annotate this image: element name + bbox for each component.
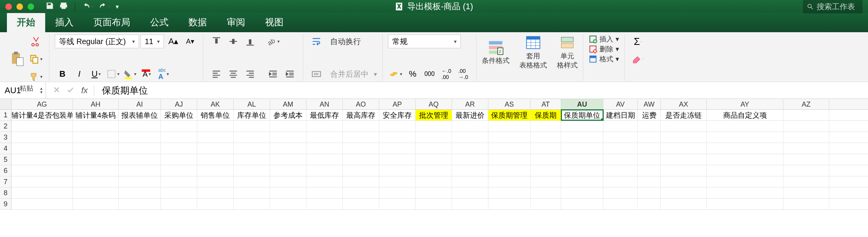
name-box[interactable]: AU1 ▲▼ <box>0 82 46 99</box>
cell-AM2[interactable] <box>270 121 306 132</box>
cell-AU6[interactable] <box>561 165 603 176</box>
insert-cells-button[interactable]: 插入▾ <box>589 35 619 44</box>
phonetic-button[interactable]: abcA▾ <box>156 67 171 81</box>
cell-AO3[interactable] <box>343 132 379 143</box>
cell-AX1[interactable]: 是否走冻链 <box>661 110 707 120</box>
cell-AS5[interactable] <box>488 154 531 165</box>
column-header-AU[interactable]: AU <box>561 99 603 109</box>
row-header-7[interactable]: 7 <box>0 176 11 187</box>
cell-AT5[interactable] <box>531 154 561 165</box>
cell-AU1[interactable]: 保质期单位 <box>561 110 603 120</box>
row-header-3[interactable]: 3 <box>0 132 11 143</box>
confirm-formula-icon[interactable] <box>67 86 74 95</box>
row-header-2[interactable]: 2 <box>0 121 11 132</box>
cell-AG2[interactable] <box>11 121 73 132</box>
spreadsheet-grid[interactable]: AGAHAIAJAKALAMANAOAPAQARASATAUAVAWAXAYAZ… <box>0 99 868 210</box>
cell-AY2[interactable] <box>707 121 783 132</box>
cell-AJ8[interactable] <box>161 188 197 198</box>
cut-button[interactable] <box>28 35 44 48</box>
cell-AL8[interactable] <box>234 188 270 198</box>
cell-AW3[interactable] <box>638 132 661 143</box>
cell-AM7[interactable] <box>270 176 306 187</box>
cell-AH7[interactable] <box>73 176 119 187</box>
number-format-combo[interactable]: 常规▾ <box>388 35 461 48</box>
cell-AX6[interactable] <box>661 165 707 176</box>
cell-AX9[interactable] <box>661 199 707 209</box>
search-sheet-input[interactable]: 搜索工作表 <box>803 0 863 13</box>
decrease-font-button[interactable]: A▾ <box>182 35 198 48</box>
cell-AO7[interactable] <box>343 176 379 187</box>
cell-AP2[interactable] <box>379 121 416 132</box>
column-header-AM[interactable]: AM <box>270 99 306 109</box>
cell-AQ8[interactable] <box>416 188 452 198</box>
cell-AY3[interactable] <box>707 132 783 143</box>
cell-AN1[interactable]: 最低库存 <box>306 110 343 120</box>
copy-button[interactable]: ▾ <box>28 52 44 66</box>
cell-AX5[interactable] <box>661 154 707 165</box>
cell-AJ9[interactable] <box>161 199 197 209</box>
cell-AV2[interactable] <box>603 121 638 132</box>
cell-AN2[interactable] <box>306 121 343 132</box>
cell-AQ9[interactable] <box>416 199 452 209</box>
close-window-button[interactable] <box>5 3 12 10</box>
cell-AM9[interactable] <box>270 199 306 209</box>
cell-AH5[interactable] <box>73 154 119 165</box>
cell-AP1[interactable]: 安全库存 <box>379 110 416 120</box>
cell-AK4[interactable] <box>197 143 234 154</box>
column-header-AY[interactable]: AY <box>707 99 783 109</box>
cell-AM4[interactable] <box>270 143 306 154</box>
cell-AT7[interactable] <box>531 176 561 187</box>
cell-AU8[interactable] <box>561 188 603 198</box>
cell-AU9[interactable] <box>561 199 603 209</box>
cell-AU5[interactable] <box>561 154 603 165</box>
save-icon[interactable] <box>46 2 54 12</box>
cell-AT3[interactable] <box>531 132 561 143</box>
cell-AX7[interactable] <box>661 176 707 187</box>
cell-AG8[interactable] <box>11 188 73 198</box>
cell-AO5[interactable] <box>343 154 379 165</box>
font-color-button[interactable]: A▾ <box>139 67 154 81</box>
cell-AJ2[interactable] <box>161 121 197 132</box>
cell-AL9[interactable] <box>234 199 270 209</box>
cell-AS9[interactable] <box>488 199 531 209</box>
row-header-1[interactable]: 1 <box>0 110 11 120</box>
cell-AV6[interactable] <box>603 165 638 176</box>
cell-AP3[interactable] <box>379 132 416 143</box>
cell-AK2[interactable] <box>197 121 234 132</box>
paste-button[interactable] <box>9 51 25 67</box>
align-center-button[interactable] <box>226 67 241 81</box>
cell-AZ2[interactable] <box>783 121 829 132</box>
cell-AU3[interactable] <box>561 132 603 143</box>
delete-cells-button[interactable]: 删除▾ <box>589 44 619 54</box>
clear-button[interactable]: · <box>630 51 645 65</box>
cell-AO6[interactable] <box>343 165 379 176</box>
cell-AS6[interactable] <box>488 165 531 176</box>
cell-AG9[interactable] <box>11 199 73 209</box>
format-cells-button[interactable]: 格式▾ <box>589 54 619 64</box>
cell-AY8[interactable] <box>707 188 783 198</box>
cell-AW9[interactable] <box>638 199 661 209</box>
column-header-AH[interactable]: AH <box>73 99 119 109</box>
cell-AS4[interactable] <box>488 143 531 154</box>
cell-AL5[interactable] <box>234 154 270 165</box>
underline-button[interactable]: U▾ <box>88 67 104 81</box>
cell-AY7[interactable] <box>707 176 783 187</box>
column-header-AJ[interactable]: AJ <box>161 99 197 109</box>
cell-AV9[interactable] <box>603 199 638 209</box>
cell-AK9[interactable] <box>197 199 234 209</box>
cell-AQ5[interactable] <box>416 154 452 165</box>
fill-color-button[interactable]: ▾ <box>122 67 138 81</box>
select-all-corner[interactable] <box>0 99 11 109</box>
print-icon[interactable] <box>59 2 68 12</box>
cell-AT8[interactable] <box>531 188 561 198</box>
cell-AK6[interactable] <box>197 165 234 176</box>
column-header-AG[interactable]: AG <box>11 99 73 109</box>
cell-AS7[interactable] <box>488 176 531 187</box>
cell-AN9[interactable] <box>306 199 343 209</box>
cell-AT9[interactable] <box>531 199 561 209</box>
cell-AY4[interactable] <box>707 143 783 154</box>
cell-AU4[interactable] <box>561 143 603 154</box>
align-right-button[interactable] <box>242 67 258 81</box>
format-table-button[interactable]: 套用 表格格式 <box>519 35 547 70</box>
cell-AX8[interactable] <box>661 188 707 198</box>
